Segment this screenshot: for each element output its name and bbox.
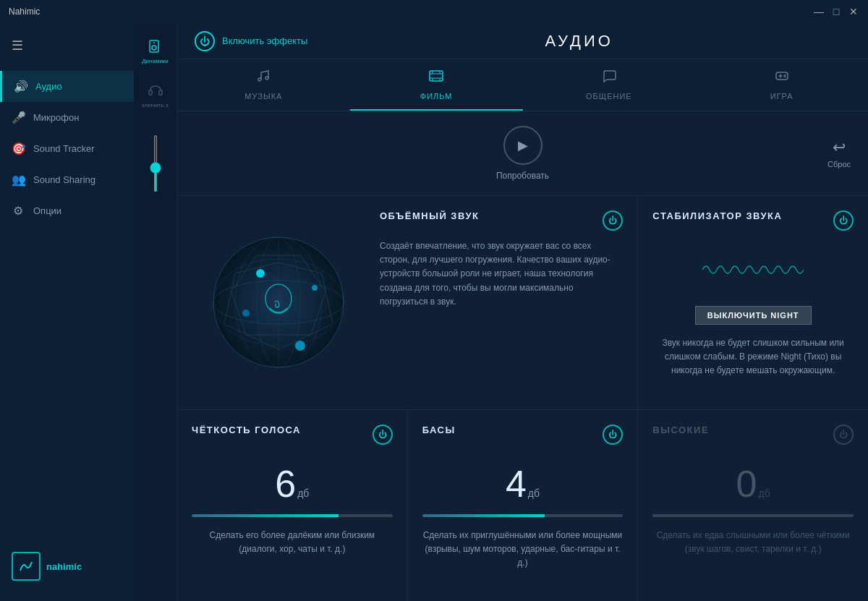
tabs: МУЗЫКА ФИЛЬМ ОБЩЕНИЕ	[177, 59, 868, 111]
voice-clarity-unit: дб	[297, 487, 309, 499]
surround-sound-card: ОБЪЁМНЫЙ ЗВУК ⏻ Создаёт впечатление, что…	[177, 196, 637, 409]
surround-title: ОБЪЁМНЫЙ ЗВУК	[380, 210, 479, 221]
tab-chat-label: ОБЩЕНИЕ	[586, 92, 632, 101]
reset-icon: ↩	[833, 138, 846, 157]
speakers-icon	[147, 38, 164, 55]
sidebar-item-sound-sharing[interactable]: 👥 Sound Sharing	[0, 164, 134, 195]
stabilizer-power-button[interactable]: ⏻	[833, 210, 854, 231]
sound-sharing-icon: 👥	[12, 173, 25, 187]
power-button[interactable]: ⏻	[195, 31, 215, 51]
surround-header: ОБЪЁМНЫЙ ЗВУК ⏻	[380, 210, 623, 231]
sphere-container	[192, 210, 365, 395]
enable-effects-button[interactable]: ⏻ Включить эффекты	[195, 31, 307, 51]
svg-point-16	[242, 310, 250, 317]
voice-clarity-power-button[interactable]: ⏻	[373, 425, 393, 445]
tab-music-label: МУЗЫКА	[244, 92, 282, 101]
tab-film[interactable]: ФИЛЬМ	[350, 59, 523, 111]
tab-game-label: ИГРА	[770, 92, 793, 101]
bass-slider-fill	[422, 514, 543, 517]
sidebar: ☰ 🔊 Аудио 🎤 Микрофон 🎯 Sound Tracker 👥 S…	[0, 23, 134, 601]
device-speakers[interactable]: Динамики	[134, 32, 176, 70]
window-controls: — □ ✕	[813, 6, 859, 17]
treble-description: Сделать их едва слышными или более чётки…	[652, 529, 854, 556]
stabilizer-card: СТАБИЛИЗАТОР ЗВУКА ⏻ ВЫКЛЮЧИТЬ NIGHT Зву…	[638, 196, 868, 409]
svg-point-2	[153, 42, 155, 43]
sidebar-item-sound-sharing-label: Sound Sharing	[33, 174, 95, 185]
stabilizer-title: СТАБИЛИЗАТОР ЗВУКА	[652, 210, 782, 221]
treble-title: ВЫСОКИЕ	[652, 425, 709, 435]
treble-slider-fill	[652, 514, 753, 517]
svg-point-1	[152, 46, 156, 50]
audio-icon: 🔊	[14, 80, 27, 93]
close-button[interactable]: ✕	[848, 6, 859, 17]
svg-rect-7	[430, 71, 443, 81]
main-content: ⏻ Включить эффекты АУДИО МУЗЫКА	[177, 23, 868, 601]
logo-symbol	[12, 552, 41, 581]
stabilizer-description: Звук никогда не будет слишком сильным ил…	[652, 336, 854, 378]
bass-card: БАСЫ ⏻ 4 дб Сделать их приглушёнными или…	[408, 410, 638, 602]
bass-value: 4	[506, 465, 527, 503]
enable-effects-label: Включить эффекты	[222, 35, 307, 46]
surround-description: Создаёт впечатление, что звук окружает в…	[380, 239, 623, 309]
title-bar: Nahimic — □ ✕	[0, 0, 868, 23]
treble-power-button[interactable]: ⏻	[833, 425, 854, 445]
treble-value: 0	[736, 465, 757, 503]
play-circle: ▶	[503, 126, 542, 165]
tab-chat[interactable]: ОБЩЕНИЕ	[523, 59, 696, 111]
bass-header: БАСЫ ⏻	[422, 425, 624, 445]
reset-button[interactable]: ↩ Сброс	[827, 138, 851, 169]
try-button[interactable]: ▶ Попробовать	[496, 126, 549, 181]
bass-value-display: 4 дб	[422, 465, 624, 503]
reset-label: Сброс	[827, 160, 851, 169]
try-row: ▶ Попробовать ↩ Сброс	[177, 111, 868, 196]
bass-slider-track	[422, 514, 624, 517]
speakers-label: Динамики	[142, 58, 169, 64]
game-icon	[774, 68, 790, 88]
sound-tracker-icon: 🎯	[12, 142, 25, 155]
chat-icon	[601, 68, 617, 88]
voice-clarity-slider-fill	[192, 514, 336, 517]
surround-power-button[interactable]: ⏻	[603, 210, 623, 231]
maximize-button[interactable]: □	[830, 6, 842, 17]
sidebar-item-microphone-label: Микрофон	[33, 112, 79, 123]
music-icon	[255, 68, 271, 88]
volume-slider[interactable]	[154, 135, 157, 192]
night-button[interactable]: ВЫКЛЮЧИТЬ NIGHT	[695, 306, 812, 325]
app-title: Nahimic	[9, 7, 40, 17]
film-icon	[428, 68, 444, 88]
sidebar-item-audio[interactable]: 🔊 Аудио	[0, 71, 134, 102]
sidebar-item-sound-tracker[interactable]: 🎯 Sound Tracker	[0, 133, 134, 164]
sidebar-item-sound-tracker-label: Sound Tracker	[33, 143, 95, 154]
app-body: ☰ 🔊 Аудио 🎤 Микрофон 🎯 Sound Tracker 👥 S…	[0, 23, 868, 601]
bass-slider-thumb	[540, 514, 545, 517]
page-title: АУДИО	[307, 32, 851, 51]
try-label: Попробовать	[496, 171, 549, 181]
volume-slider-container	[154, 135, 157, 192]
treble-value-display: 0 дб	[652, 465, 854, 503]
treble-header: ВЫСОКИЕ ⏻	[652, 425, 854, 445]
treble-card: ВЫСОКИЕ ⏻ 0 дб Сделать их едва слышными …	[638, 410, 868, 602]
minimize-button[interactable]: —	[813, 6, 825, 17]
voice-clarity-slider-track	[192, 514, 393, 517]
tab-game[interactable]: ИГРА	[695, 59, 868, 111]
logo: nahimic	[0, 540, 134, 592]
device-headphones[interactable]: ключить з	[134, 76, 176, 114]
bass-title: БАСЫ	[422, 425, 456, 435]
sidebar-nav: 🔊 Аудио 🎤 Микрофон 🎯 Sound Tracker 👥 Sou…	[0, 71, 134, 540]
treble-slider-track	[652, 514, 854, 517]
options-icon: ⚙	[12, 204, 25, 218]
treble-unit: дб	[759, 487, 770, 499]
voice-clarity-value: 6	[275, 465, 296, 503]
sidebar-item-microphone[interactable]: 🎤 Микрофон	[0, 102, 134, 133]
sidebar-item-audio-label: Аудио	[35, 81, 62, 92]
device-selector: Динамики ключить з	[134, 23, 177, 601]
tab-music[interactable]: МУЗЫКА	[177, 59, 350, 111]
voice-clarity-header: ЧЁТКОСТЬ ГОЛОСА ⏻	[192, 425, 393, 445]
bass-description: Сделать их приглушёнными или более мощны…	[422, 529, 624, 571]
sidebar-item-options[interactable]: ⚙ Опции	[0, 195, 134, 226]
stabilizer-header: СТАБИЛИЗАТОР ЗВУКА ⏻	[652, 210, 854, 231]
bass-power-button[interactable]: ⏻	[603, 425, 623, 445]
voice-clarity-card: ЧЁТКОСТЬ ГОЛОСА ⏻ 6 дб Сделать его более…	[177, 410, 407, 602]
menu-icon[interactable]: ☰	[0, 32, 134, 59]
svg-rect-3	[149, 90, 152, 95]
